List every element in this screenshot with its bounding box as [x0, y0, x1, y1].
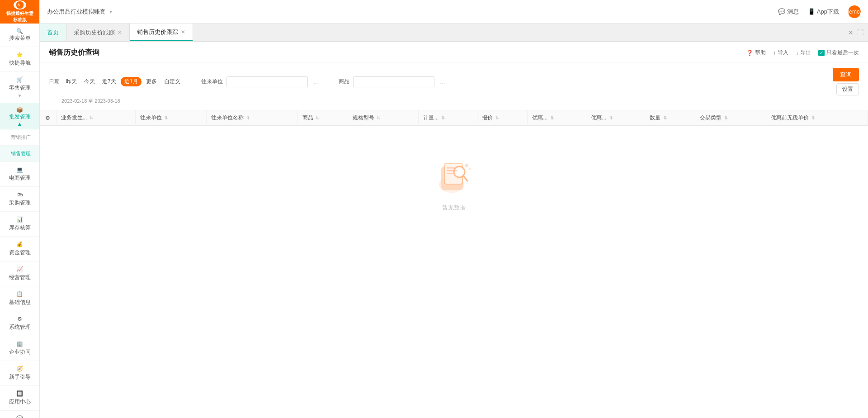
th-quantity[interactable]: 数量 ⇅: [645, 110, 695, 126]
sidebar-item-search[interactable]: 🔍 搜索菜单: [0, 24, 39, 47]
only-last-label: 只看最后一次: [826, 49, 859, 57]
checkbox-icon: ✓: [818, 50, 825, 56]
user-menu[interactable]: demo2: [848, 5, 861, 18]
th-partner-name[interactable]: 往来单位名称 ⇅: [206, 110, 297, 126]
sidebar-inventory-label: 库存核算: [9, 224, 31, 232]
sort-icon-discount1: ⇅: [550, 115, 554, 120]
avatar: demo2: [848, 5, 861, 18]
th-partner-code[interactable]: 往来单位 ⇅: [136, 110, 207, 126]
wechat-icon: 💬: [16, 415, 23, 418]
th-partner-name-label: 往来单位名称: [211, 114, 244, 121]
sidebar-item-purchase[interactable]: 🛍 采购管理: [0, 187, 39, 212]
basic-info-icon: 📋: [16, 291, 23, 297]
settings-icon: ⚙: [45, 115, 50, 121]
sidebar-item-guide[interactable]: 🧭 新手引导: [0, 361, 39, 386]
sidebar-item-retail[interactable]: 🛒 零售管理 ▼: [0, 72, 39, 103]
empty-text: 暂无数据: [442, 204, 466, 212]
only-last-checkbox[interactable]: ✓ 只看最后一次: [818, 49, 859, 57]
search-icon: 🔍: [0, 28, 39, 34]
sidebar-item-enterprise[interactable]: 🏢 企业协同: [0, 336, 39, 361]
partner-dots-btn[interactable]: ...: [311, 78, 321, 86]
sidebar-finance-label: 资金管理: [9, 249, 31, 256]
filter-actions: 查询 设置: [833, 68, 859, 95]
date-btn-1month[interactable]: 近1月: [121, 77, 142, 86]
guide-icon: 🧭: [16, 366, 23, 372]
sidebar-item-finance[interactable]: 💰 资金管理: [0, 237, 39, 261]
help-icon: ❓: [746, 50, 753, 56]
query-button[interactable]: 查询: [833, 68, 859, 81]
sort-icon-discount2: ⇅: [609, 115, 613, 120]
th-settings[interactable]: ⚙: [40, 110, 56, 126]
sidebar-quick-nav-label: 快捷导航: [9, 59, 31, 67]
empty-illustration: [431, 153, 476, 198]
main-area: 办公用品行业模拟账套 ▾ 💬 消息 📱 App下载 demo2 首页 采购历: [40, 0, 868, 418]
sidebar-item-ecommerce[interactable]: 💻 电商管理: [0, 162, 39, 187]
th-discount2[interactable]: 优惠... ⇅: [586, 110, 645, 126]
sidebar-item-wechat[interactable]: 💬 企业微信: [0, 411, 39, 418]
quick-nav-icon: ⭐: [16, 52, 23, 58]
sidebar-item-app-center[interactable]: 🔲 应用中心: [0, 386, 39, 411]
tab-sales-history[interactable]: 销售历史价跟踪 ✕: [130, 24, 193, 41]
app-center-icon: 🔲: [16, 390, 23, 397]
system-icon: ⚙: [17, 316, 22, 322]
tab-home[interactable]: 首页: [40, 24, 66, 41]
fullscreen-btn[interactable]: ⛶: [857, 29, 863, 36]
ecommerce-icon: 💻: [16, 166, 23, 173]
import-label: 导入: [778, 49, 788, 57]
sidebar-item-sales[interactable]: 销售管理: [0, 146, 39, 162]
svg-rect-9: [447, 170, 458, 171]
sidebar-item-marketing[interactable]: 营销推广: [0, 129, 39, 146]
sidebar-item-basic-info[interactable]: 📋 基础信息: [0, 286, 39, 311]
date-btn-more[interactable]: 更多: [143, 77, 160, 86]
export-btn[interactable]: ↓ 导出: [796, 49, 811, 57]
th-pre-tax-price-label: 优惠前无税单价: [771, 114, 809, 121]
th-quote[interactable]: 报价 ⇅: [477, 110, 528, 126]
tab-purchase-close[interactable]: ✕: [118, 30, 122, 35]
th-partner-code-label: 往来单位: [140, 114, 162, 121]
date-btn-today[interactable]: 今天: [81, 77, 98, 86]
th-biz-date-label: 业务发生...: [61, 114, 87, 121]
date-filter-group: 日期 昨天 今天 近7天 近1月 更多 自定义: [49, 77, 183, 86]
th-pre-tax-price[interactable]: 优惠前无税单价 ⇅: [766, 110, 868, 126]
sidebar-item-operations[interactable]: 📈 经营管理: [0, 261, 39, 286]
filter-row: 日期 昨天 今天 近7天 近1月 更多 自定义 往来单位 .: [49, 68, 859, 95]
app-logo: 6 畅捷通好生意 标准版: [0, 0, 40, 24]
help-btn[interactable]: ❓ 帮助: [746, 49, 766, 57]
tab-sales-close[interactable]: ✕: [181, 29, 185, 35]
sidebar-item-system[interactable]: ⚙ 系统管理: [0, 311, 39, 336]
sort-icon-partner-code: ⇅: [164, 115, 168, 120]
enterprise-icon: 🏢: [16, 341, 23, 347]
goods-dots-btn[interactable]: ...: [438, 78, 447, 86]
tab-purchase-history[interactable]: 采购历史价跟踪 ✕: [66, 24, 130, 41]
page-container: 销售历史价查询 ❓ 帮助 ↑ 导入 ↓ 导出 ✓: [40, 42, 868, 418]
sidebar-purchase-label: 采购管理: [9, 199, 31, 207]
th-spec[interactable]: 规格型号 ⇅: [348, 110, 419, 126]
svg-rect-8: [447, 167, 455, 169]
date-btn-custom[interactable]: 自定义: [161, 77, 183, 86]
sidebar-item-inventory[interactable]: 📊 库存核算: [0, 212, 39, 237]
message-btn[interactable]: 💬 消息: [778, 8, 799, 16]
svg-point-0: [16, 1, 24, 9]
goods-input[interactable]: [353, 76, 434, 87]
close-all-btn[interactable]: ✕: [848, 29, 854, 36]
th-biz-date[interactable]: 业务发生... ⇅: [56, 110, 136, 126]
settings-button[interactable]: 设置: [836, 83, 859, 95]
th-goods[interactable]: 商品 ⇅: [297, 110, 348, 126]
th-quote-label: 报价: [482, 114, 493, 121]
filter-area: 日期 昨天 今天 近7天 近1月 更多 自定义 往来单位 .: [40, 62, 868, 110]
download-btn[interactable]: 📱 App下载: [808, 8, 839, 16]
sort-icon-partner-name: ⇅: [246, 115, 250, 120]
date-btn-yesterday[interactable]: 昨天: [63, 77, 80, 86]
partner-input[interactable]: [226, 76, 308, 87]
sort-icon-biz-date: ⇅: [90, 115, 93, 120]
sidebar-item-wholesale[interactable]: 📦 批发管理 ▲: [0, 103, 39, 129]
th-trade-type[interactable]: 交易类型 ⇅: [695, 110, 766, 126]
date-btn-7days[interactable]: 近7天: [99, 77, 119, 86]
th-discount1[interactable]: 优惠... ⇅: [528, 110, 586, 126]
help-label: 帮助: [755, 49, 766, 57]
sidebar-item-quick-nav[interactable]: ⭐ 快捷导航: [0, 47, 39, 72]
import-btn[interactable]: ↑ 导入: [773, 49, 788, 57]
workspace-dropdown[interactable]: ▾: [109, 9, 112, 15]
sidebar-system-label: 系统管理: [9, 323, 31, 331]
th-unit[interactable]: 计量... ⇅: [419, 110, 477, 126]
